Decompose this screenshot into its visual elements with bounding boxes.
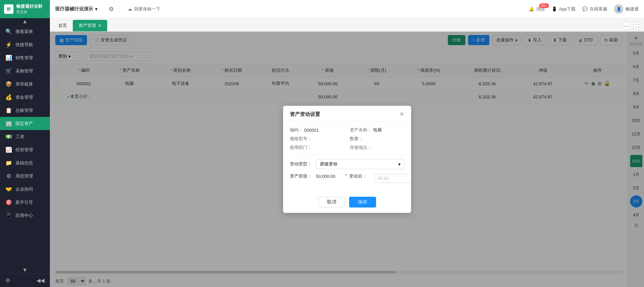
sidebar-item-label: 企业协同 — [16, 186, 33, 192]
asset-name-value: 电脑 — [373, 127, 382, 133]
sidebar-items: 🔍 搜索菜单 ⚡ 快捷导航 📊 销售管理 🛒 采购管理 📦 库存核算 💰 资金管… — [0, 25, 50, 267]
sidebar-item-label: 经营管理 — [16, 147, 33, 153]
after-value-input[interactable] — [374, 174, 411, 183]
sidebar-item-label: 系统管理 — [16, 173, 33, 179]
username-label: 畅捷通 — [625, 6, 639, 12]
payroll-icon: 💵 — [5, 133, 12, 140]
app-edition: 普及版 — [16, 9, 42, 14]
sidebar-item-app-center[interactable]: 📱 应用中心 — [0, 209, 50, 222]
sys-icon: ⚙ — [5, 173, 12, 179]
sidebar-item-payroll[interactable]: 💵 工资 — [0, 130, 50, 143]
cloud-icon: ☁ — [128, 6, 132, 11]
topbar-divider2 — [119, 6, 120, 12]
sidebar-item-sales[interactable]: 📊 销售管理 — [0, 51, 50, 64]
sidebar-item-label: 销售管理 — [16, 55, 33, 61]
tab-asset-management[interactable]: 资产管理 ✕ — [73, 20, 107, 31]
original-value-label: 资产原值： — [290, 173, 313, 179]
app-info: 畅捷通好业财 普及版 — [16, 4, 42, 14]
settings-bottom-icon[interactable]: ⚙ — [5, 277, 10, 284]
code-value: 000001 — [304, 128, 319, 133]
sidebar-item-ops-mgmt[interactable]: 📈 经营管理 — [0, 143, 50, 156]
company-name: 医疗器械行业演示 — [55, 6, 93, 12]
change-type-value: 原值变动 — [320, 161, 337, 167]
code-label: 编码： — [290, 127, 303, 133]
change-type-row: 变动类型： 原值变动 ▾ — [290, 159, 404, 169]
sidebar: 财 畅捷通好业财 普及版 ▲ 🔍 搜索菜单 ⚡ 快捷导航 📊 销售管理 🛒 采购… — [0, 0, 50, 287]
sidebar-item-label: 固定资产 — [16, 121, 33, 127]
tab-maximize-btn[interactable]: ⛶ — [633, 22, 641, 30]
sidebar-item-label: 工资 — [16, 134, 24, 140]
sidebar-scroll-down[interactable]: ▼ — [0, 267, 50, 274]
change-type-select[interactable]: 原值变动 ▾ — [316, 159, 404, 169]
app-name: 畅捷通好业财 — [16, 4, 42, 9]
app-download-btn[interactable]: 📱 App下载 — [552, 6, 576, 12]
sidebar-item-funds[interactable]: 💰 资金管理 — [0, 91, 50, 104]
sidebar-item-fixed-assets[interactable]: 🏢 固定资产 — [0, 117, 50, 130]
company-selector[interactable]: 医疗器械行业演示 ▾ — [55, 6, 97, 12]
enterprise-icon: 🤝 — [5, 186, 12, 192]
sidebar-item-label: 新手引导 — [16, 199, 33, 205]
sidebar-item-label: 采购管理 — [16, 68, 33, 74]
cancel-button[interactable]: 取消 — [318, 197, 345, 208]
fixed-assets-icon: 🏢 — [5, 120, 12, 127]
experience-btn[interactable]: ☁ 我要体验一下 — [128, 6, 160, 12]
sidebar-item-sys-mgmt[interactable]: ⚙ 系统管理 — [0, 169, 50, 183]
modal-info-grid: 编码： 000001 资产名称： 电脑 规格型号： 数量： — [290, 127, 404, 151]
topbar-right: 🔔 消息 99+ 📱 App下载 💬 在线客服 👤 畅捷通 — [529, 4, 639, 14]
avatar: 👤 — [614, 4, 623, 14]
original-value-row: 资产原值： 50,000.00 * 变动后： — [290, 173, 404, 183]
quantity-label: 数量： — [350, 136, 363, 142]
tabbar: 首页 资产管理 ✕ — ⛶ — [50, 18, 644, 32]
collapse-icon[interactable]: ◀◀ — [36, 277, 44, 284]
original-value-display: 50,000.00 — [316, 174, 336, 179]
sidebar-item-purchase[interactable]: 🛒 采购管理 — [0, 64, 50, 77]
messages-btn[interactable]: 🔔 消息 99+ — [529, 6, 545, 12]
department-label: 使用部门： — [290, 145, 312, 151]
tab-minimize-btn[interactable]: — — [622, 22, 631, 30]
topbar-divider — [103, 6, 103, 12]
sidebar-item-label: 库存核算 — [16, 81, 33, 87]
main-area: 医疗器械行业演示 ▾ ⚙ ☁ 我要体验一下 🔔 消息 99+ 📱 App下载 💬… — [50, 0, 644, 287]
sidebar-item-label: 资金管理 — [16, 94, 33, 100]
sidebar-item-basic-info[interactable]: 📁 基础信息 — [0, 156, 50, 169]
message-icon: 🔔 — [529, 6, 534, 11]
sidebar-item-label: 总账管理 — [16, 107, 33, 114]
online-service-label: 在线客服 — [590, 6, 607, 12]
inventory-icon: 📦 — [5, 81, 12, 87]
asset-name-label: 资产名称： — [350, 127, 372, 133]
sidebar-item-inventory[interactable]: 📦 库存核算 — [0, 77, 50, 91]
quick-nav-icon: ⚡ — [5, 41, 12, 48]
save-button[interactable]: 保存 — [349, 197, 376, 208]
sidebar-item-general-ledger[interactable]: 📋 总账管理 — [0, 104, 50, 117]
funds-icon: 💰 — [5, 94, 12, 100]
online-service-btn[interactable]: 💬 在线客服 — [582, 6, 607, 12]
sidebar-bottom: ⚙ ◀◀ — [0, 274, 50, 287]
sidebar-item-guide[interactable]: 🎯 新手引导 — [0, 196, 50, 209]
modal-asset-name-field: 资产名称： 电脑 — [350, 127, 404, 133]
ops-icon: 📈 — [5, 147, 12, 153]
topbar: 医疗器械行业演示 ▾ ⚙ ☁ 我要体验一下 🔔 消息 99+ 📱 App下载 💬… — [50, 0, 644, 18]
sidebar-scroll-up[interactable]: ▲ — [0, 18, 50, 25]
sidebar-item-quick-nav[interactable]: ⚡ 快捷导航 — [0, 38, 50, 51]
change-type-arrow-icon: ▾ — [398, 162, 401, 167]
modal-body: 编码： 000001 资产名称： 电脑 规格型号： 数量： — [283, 122, 411, 193]
sidebar-item-label: 搜索菜单 — [16, 29, 33, 35]
app-center-icon: 📱 — [5, 212, 12, 219]
topbar-settings-icon[interactable]: ⚙ — [109, 5, 114, 13]
app-logo: 财 — [4, 4, 13, 14]
tab-close-icon[interactable]: ✕ — [98, 23, 101, 28]
modal-overlay: 资产变动设置 ✕ 编码： 000001 资产名称： 电脑 — [50, 32, 644, 287]
service-icon: 💬 — [582, 6, 588, 11]
user-profile-btn[interactable]: 👤 畅捷通 — [614, 4, 639, 14]
basic-info-icon: 📁 — [5, 160, 12, 166]
modal-header: 资产变动设置 ✕ — [283, 106, 411, 122]
modal-title: 资产变动设置 — [290, 111, 320, 118]
sidebar-item-search[interactable]: 🔍 搜索菜单 — [0, 25, 50, 38]
sidebar-item-enterprise[interactable]: 🤝 企业协同 — [0, 183, 50, 196]
purchase-icon: 🛒 — [5, 68, 12, 74]
tab-home[interactable]: 首页 — [53, 20, 73, 31]
modal-close-btn[interactable]: ✕ — [399, 110, 404, 118]
required-mark: * — [345, 173, 347, 179]
dropdown-arrow-icon: ▾ — [95, 6, 97, 12]
app-download-label: App下载 — [559, 6, 576, 12]
